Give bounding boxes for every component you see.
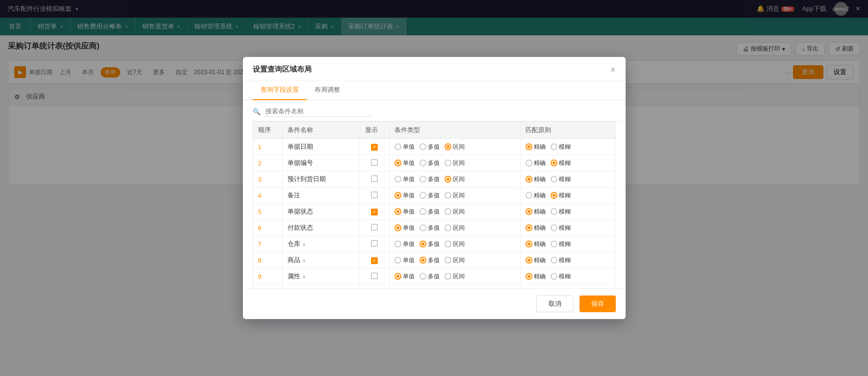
row-name: 备注 [283, 188, 360, 204]
row-name: 属性 ∨ [283, 269, 360, 285]
display-checkbox[interactable] [371, 191, 378, 198]
type-option-单值[interactable]: 单值 [395, 208, 415, 216]
settings-modal: 设置查询区域布局 × 查询字段设置 布局调整 🔍 顺序 条件名称 [243, 57, 626, 319]
conditions-table: 顺序 条件名称 显示 条件类型 匹配原则 1单据日期单值多值区间精确模糊2单据编… [243, 121, 626, 288]
match-option-模糊[interactable]: 模糊 [551, 208, 571, 216]
match-option-模糊[interactable]: 模糊 [551, 224, 571, 232]
match-option-精确[interactable]: 精确 [526, 159, 546, 167]
row-name: 单据编号 [283, 155, 360, 171]
row-display-checkbox[interactable] [360, 285, 390, 289]
display-checkbox[interactable] [371, 257, 378, 264]
type-option-区间[interactable]: 区间 [445, 143, 465, 151]
type-option-多值[interactable]: 多值 [420, 224, 440, 232]
row-name: 付款状态 [283, 220, 360, 236]
type-option-区间[interactable]: 区间 [445, 256, 465, 265]
row-match: 精确模糊 [520, 285, 615, 289]
type-option-区间[interactable]: 区间 [445, 191, 465, 200]
match-option-模糊[interactable]: 模糊 [551, 272, 571, 281]
display-checkbox[interactable] [371, 159, 378, 166]
type-option-多值[interactable]: 多值 [420, 191, 440, 200]
modal-close-button[interactable]: × [610, 65, 616, 74]
display-checkbox[interactable] [371, 209, 378, 215]
row-match: 精确模糊 [520, 171, 615, 188]
type-option-多值[interactable]: 多值 [420, 208, 440, 216]
type-option-区间[interactable]: 区间 [445, 208, 465, 216]
type-option-多值[interactable]: 多值 [420, 272, 440, 281]
type-option-单值[interactable]: 单值 [395, 191, 415, 200]
match-option-精确[interactable]: 精确 [526, 240, 546, 248]
row-display-checkbox[interactable] [360, 171, 390, 188]
match-option-精确[interactable]: 精确 [526, 272, 546, 281]
table-row: 4备注单值多值区间精确模糊 [253, 188, 615, 204]
row-order: 4 [253, 188, 283, 204]
row-order: 2 [253, 155, 283, 171]
match-option-精确[interactable]: 精确 [526, 256, 546, 265]
row-order: 8 [253, 252, 283, 269]
type-option-多值[interactable]: 多值 [420, 175, 440, 184]
cancel-button[interactable]: 取消 [536, 295, 574, 312]
type-option-多值[interactable]: 多值 [420, 159, 440, 167]
row-display-checkbox[interactable] [360, 139, 390, 155]
modal-search-area: 🔍 [243, 100, 626, 121]
type-option-单值[interactable]: 单值 [395, 175, 415, 184]
tab-layout-adjust[interactable]: 布局调整 [307, 81, 348, 100]
type-option-单值[interactable]: 单值 [395, 159, 415, 167]
match-option-精确[interactable]: 精确 [526, 143, 546, 151]
type-option-区间[interactable]: 区间 [445, 240, 465, 248]
match-option-模糊[interactable]: 模糊 [551, 256, 571, 265]
row-match: 精确模糊 [520, 139, 615, 155]
type-option-区间[interactable]: 区间 [445, 272, 465, 281]
match-option-精确[interactable]: 精确 [526, 208, 546, 216]
row-display-checkbox[interactable] [360, 188, 390, 204]
match-option-模糊[interactable]: 模糊 [551, 143, 571, 151]
type-option-区间[interactable]: 区间 [445, 175, 465, 184]
table-row: 8商品 ∨单值多值区间精确模糊 [253, 252, 615, 269]
type-option-单值[interactable]: 单值 [395, 224, 415, 232]
display-checkbox[interactable] [371, 144, 378, 151]
row-display-checkbox[interactable] [360, 155, 390, 171]
row-display-checkbox[interactable] [360, 236, 390, 252]
match-option-精确[interactable]: 精确 [526, 191, 546, 200]
table-row: 3预计到货日期单值多值区间精确模糊 [253, 171, 615, 188]
row-type: 单值多值区间 [390, 252, 521, 269]
table-row: 5单据状态单值多值区间精确模糊 [253, 204, 615, 220]
type-option-单值[interactable]: 单值 [395, 240, 415, 248]
row-display-checkbox[interactable] [360, 269, 390, 285]
save-button[interactable]: 保存 [579, 295, 616, 312]
search-input[interactable] [263, 106, 371, 117]
row-name: 预计到货日期 [283, 171, 360, 188]
type-option-区间[interactable]: 区间 [445, 159, 465, 167]
type-option-单值[interactable]: 单值 [395, 256, 415, 265]
row-order: 6 [253, 220, 283, 236]
match-option-模糊[interactable]: 模糊 [551, 240, 571, 248]
type-option-多值[interactable]: 多值 [420, 143, 440, 151]
type-option-多值[interactable]: 多值 [420, 256, 440, 265]
col-header-match: 匹配原则 [520, 122, 615, 139]
match-option-精确[interactable]: 精确 [526, 224, 546, 232]
display-checkbox[interactable] [371, 175, 378, 182]
row-display-checkbox[interactable] [360, 204, 390, 220]
display-checkbox[interactable] [371, 272, 378, 279]
match-option-模糊[interactable]: 模糊 [551, 191, 571, 200]
row-match: 精确模糊 [520, 188, 615, 204]
match-option-模糊[interactable]: 模糊 [551, 159, 571, 167]
row-type: 单值多值区间 [390, 269, 521, 285]
type-option-单值[interactable]: 单值 [395, 272, 415, 281]
type-option-区间[interactable]: 区间 [445, 224, 465, 232]
display-checkbox[interactable] [371, 224, 378, 231]
type-option-多值[interactable]: 多值 [420, 240, 440, 248]
table-row: 6付款状态单值多值区间精确模糊 [253, 220, 615, 236]
modal-footer: 取消 保存 [243, 288, 626, 319]
row-name: 商品 ∨ [283, 252, 360, 269]
match-option-精确[interactable]: 精确 [526, 175, 546, 184]
row-order: 5 [253, 204, 283, 220]
row-order: 7 [253, 236, 283, 252]
tab-query-fields[interactable]: 查询字段设置 [253, 81, 307, 100]
display-checkbox[interactable] [371, 240, 378, 247]
search-icon: 🔍 [253, 108, 261, 115]
match-option-模糊[interactable]: 模糊 [551, 175, 571, 184]
type-option-单值[interactable]: 单值 [395, 143, 415, 151]
modal-title: 设置查询区域布局 [253, 65, 312, 74]
row-display-checkbox[interactable] [360, 220, 390, 236]
row-display-checkbox[interactable] [360, 252, 390, 269]
